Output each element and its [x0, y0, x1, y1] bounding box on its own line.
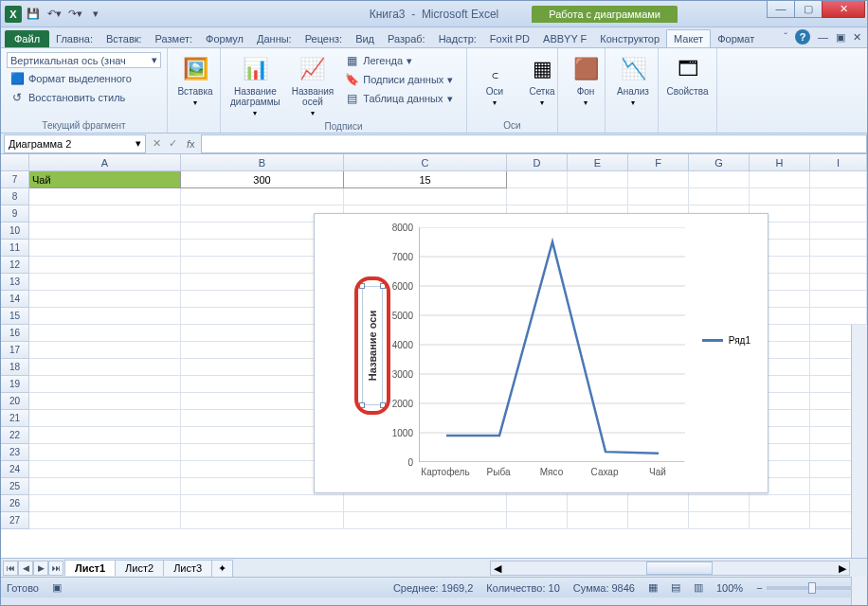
cell[interactable] [810, 257, 867, 274]
row-header[interactable]: 22 [1, 427, 29, 444]
cell[interactable] [29, 512, 181, 529]
cell[interactable] [568, 495, 628, 512]
cell[interactable] [29, 376, 181, 393]
cell[interactable] [810, 274, 867, 291]
row-header[interactable]: 15 [1, 308, 29, 325]
cell[interactable] [689, 188, 750, 205]
row-header[interactable]: 19 [1, 376, 29, 393]
axes-button[interactable]: ꜀Оси▾ [473, 52, 516, 109]
row-header[interactable]: 17 [1, 342, 29, 359]
column-header[interactable]: G [689, 154, 750, 170]
row-header[interactable]: 13 [1, 274, 29, 291]
namebox-dropdown-icon[interactable]: ▾ [136, 137, 141, 150]
cell[interactable] [29, 478, 181, 495]
scroll-right-icon[interactable]: ▶ [836, 562, 849, 575]
format-selection-button[interactable]: 🟦Формат выделенного [7, 70, 161, 87]
row-header[interactable]: 20 [1, 393, 29, 410]
cell[interactable] [628, 495, 689, 512]
cell[interactable] [507, 512, 568, 529]
scroll-thumb[interactable] [646, 561, 713, 575]
zoom-out-icon[interactable]: − [756, 582, 762, 594]
row-header[interactable]: 16 [1, 325, 29, 342]
cell[interactable] [29, 393, 181, 410]
row-header[interactable]: 9 [1, 205, 29, 223]
cell[interactable] [568, 171, 628, 188]
select-all-cell[interactable] [1, 154, 29, 170]
data-labels-button[interactable]: 🔖Подписи данных ▾ [341, 71, 456, 88]
tab-file[interactable]: Файл [5, 30, 49, 47]
save-icon[interactable]: 💾 [24, 5, 43, 24]
cell[interactable] [181, 188, 344, 205]
row-header[interactable]: 26 [1, 495, 29, 512]
tab-addins[interactable]: Надстр: [432, 30, 483, 47]
tab-review[interactable]: Реценз: [298, 30, 349, 47]
horizontal-scrollbar[interactable]: ◀ ▶ [490, 561, 850, 576]
cell[interactable] [29, 444, 181, 461]
cell[interactable] [29, 257, 181, 274]
fx-icon[interactable]: fx [181, 138, 201, 150]
insert-button[interactable]: 🖼️ Вставка▾ [173, 52, 217, 109]
cell[interactable] [810, 171, 867, 188]
cell[interactable] [628, 171, 689, 188]
cell[interactable] [29, 274, 181, 291]
cell[interactable] [810, 223, 867, 240]
cell[interactable] [29, 205, 181, 223]
cell[interactable] [507, 495, 568, 512]
column-header[interactable]: D [507, 154, 568, 170]
embedded-chart[interactable]: Ряд1 Название оси 0100020003000400050006… [314, 213, 769, 493]
cell[interactable] [29, 188, 181, 205]
sheet-nav-last[interactable]: ⏭ [48, 561, 63, 576]
row-header[interactable]: 18 [1, 359, 29, 376]
tab-data[interactable]: Данны: [250, 30, 298, 47]
cell[interactable] [750, 512, 810, 529]
row-header[interactable]: 11 [1, 240, 29, 257]
cell[interactable] [29, 291, 181, 308]
cell[interactable] [344, 512, 507, 529]
row-header[interactable]: 10 [1, 223, 29, 240]
cell[interactable] [29, 342, 181, 359]
column-header[interactable]: E [568, 154, 628, 170]
name-box[interactable]: Диаграмма 2▾ [4, 134, 146, 153]
row-header[interactable]: 23 [1, 444, 29, 461]
cell[interactable] [568, 512, 628, 529]
cell[interactable] [568, 188, 628, 205]
cell[interactable] [689, 512, 750, 529]
plot-area[interactable] [419, 227, 684, 462]
cell[interactable] [810, 240, 867, 257]
cell[interactable] [810, 291, 867, 308]
cell[interactable] [507, 171, 568, 188]
cell[interactable] [750, 171, 810, 188]
cell[interactable] [29, 410, 181, 427]
new-sheet-button[interactable]: ✦ [211, 560, 233, 577]
column-header[interactable]: B [181, 154, 344, 170]
maximize-button[interactable]: ▢ [794, 0, 823, 18]
cell[interactable] [689, 171, 750, 188]
row-header[interactable]: 14 [1, 291, 29, 308]
series-line[interactable] [446, 242, 659, 454]
tab-chart-layout[interactable]: Макет [666, 29, 711, 47]
minimize-ribbon-icon[interactable]: ˇ [784, 31, 787, 43]
cell[interactable] [29, 427, 181, 444]
cell[interactable]: Чай [29, 171, 181, 188]
redo-icon[interactable]: ↷▾ [65, 5, 84, 24]
row-header[interactable]: 21 [1, 410, 29, 427]
tab-formulas[interactable]: Формул [199, 30, 250, 47]
chart-element-selector[interactable]: Вертикальная ось (знач▾ [7, 52, 161, 68]
cell[interactable] [29, 461, 181, 478]
tab-home[interactable]: Главна: [49, 30, 99, 47]
sheet-nav-prev[interactable]: ◀ [18, 561, 33, 576]
qat-more-icon[interactable]: ▾ [86, 5, 105, 24]
cell[interactable] [750, 495, 810, 512]
background-button[interactable]: 🟫Фон▾ [564, 52, 607, 109]
cell[interactable] [29, 308, 181, 325]
worksheet-grid[interactable]: ABCDEFGHI 7Чай30015891011121314151617181… [1, 154, 867, 558]
tab-view[interactable]: Вид [349, 30, 381, 47]
handle-icon[interactable] [359, 402, 365, 408]
minimize-button[interactable]: — [767, 0, 795, 18]
formula-input[interactable] [201, 134, 867, 153]
cell[interactable] [810, 308, 867, 325]
mdi-restore-icon[interactable]: ▣ [836, 31, 845, 44]
view-pagebreak-icon[interactable]: ▥ [694, 581, 703, 594]
row-header[interactable]: 24 [1, 461, 29, 478]
cell[interactable] [750, 188, 810, 205]
